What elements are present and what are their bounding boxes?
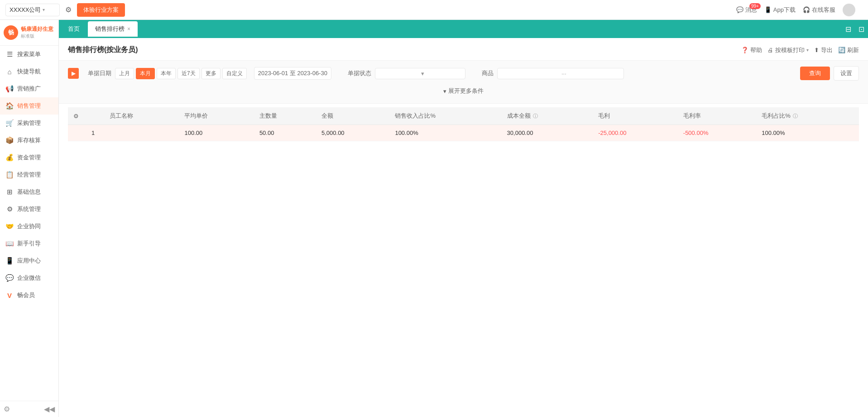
cell-gross: -25,000.00: [593, 125, 678, 141]
print-label: 按模板打印: [775, 46, 805, 54]
sidebar-item-guide[interactable]: 📖 新手引导: [0, 235, 58, 252]
app-download-button[interactable]: 📱 App下载: [764, 6, 796, 14]
sidebar-item-sales[interactable]: 🏠 销售管理: [0, 97, 58, 115]
search-menu-icon: ☰: [5, 50, 14, 58]
print-button[interactable]: 🖨 按模板打印 ▾: [767, 46, 809, 54]
app-download-label: App下载: [773, 6, 796, 14]
data-table: ⚙ 员工名称 平均单价 主数量 全额 销售收入占比% 成本全额: [68, 107, 859, 141]
sidebar-item-label: 基础信息: [17, 188, 41, 196]
purchase-icon: 🛒: [5, 119, 14, 127]
sidebar-item-wechat[interactable]: 💬 企业微信: [0, 269, 58, 287]
col-settings[interactable]: ⚙: [68, 107, 86, 125]
print-chevron-icon[interactable]: ▾: [806, 48, 809, 53]
sidebar-item-label: 资金管理: [17, 153, 41, 162]
status-select[interactable]: ▾: [375, 68, 465, 79]
corp-icon: 🤝: [5, 222, 14, 230]
tab-close-icon[interactable]: ×: [127, 26, 130, 32]
company-selector[interactable]: XXXXX公司 ▾: [5, 4, 60, 16]
date-filter-label: 单据日期: [88, 69, 111, 77]
status-chevron-icon: ▾: [421, 70, 461, 77]
date-btn-more[interactable]: 更多: [201, 68, 221, 79]
sidebar-item-purchase[interactable]: 🛒 采购管理: [0, 115, 58, 132]
operation-icon: 📋: [5, 171, 14, 179]
sidebar-item-label: 新手引导: [17, 240, 41, 248]
col-qty: 主数量: [254, 107, 316, 125]
query-button[interactable]: 查询: [800, 67, 830, 80]
sidebar-item-label: 企业协同: [17, 222, 41, 230]
table-settings-icon[interactable]: ⚙: [73, 113, 79, 120]
online-service-button[interactable]: 🎧 在线客服: [803, 6, 835, 14]
cost-info-icon[interactable]: ⓘ: [533, 113, 538, 119]
sidebar-settings-icon[interactable]: ⚙: [4, 405, 10, 413]
message-button[interactable]: 💬 消息 99+: [736, 6, 757, 14]
tab-minimize-icon[interactable]: ⊟: [844, 23, 853, 35]
refresh-icon: 🔄: [838, 47, 845, 53]
marketing-icon: 📢: [5, 85, 14, 93]
sidebar-item-finance[interactable]: 💰 资金管理: [0, 149, 58, 166]
sidebar-item-shortcut[interactable]: ⌂ 快捷导航: [0, 63, 58, 80]
sidebar-item-corp[interactable]: 🤝 企业协同: [0, 218, 58, 235]
sidebar-item-label: 应用中心: [17, 257, 41, 265]
status-filter-label: 单据状态: [348, 69, 371, 77]
brand-sub: 标准版: [21, 33, 53, 39]
date-btn-custom[interactable]: 自定义: [222, 68, 247, 79]
refresh-label: 刷新: [847, 46, 859, 54]
sidebar-item-member[interactable]: V 畅会员: [0, 287, 58, 304]
sidebar-item-apps[interactable]: 📱 应用中心: [0, 252, 58, 269]
goods-input[interactable]: ···: [497, 68, 624, 79]
sidebar-item-label: 快捷导航: [17, 67, 41, 76]
avatar[interactable]: [843, 4, 855, 16]
headset-icon: 🎧: [803, 6, 810, 13]
sidebar-item-inventory[interactable]: 📦 库存核算: [0, 132, 58, 149]
date-btn-this-year[interactable]: 本年: [157, 68, 176, 79]
table-row: 1 100.00 50.00 5,000.00 100.00% 30,000.0…: [68, 125, 859, 141]
cell-settings: [68, 125, 86, 141]
home-icon: ⌂: [5, 68, 14, 76]
trial-button[interactable]: 体验行业方案: [77, 3, 125, 17]
col-cost: 成本全额 ⓘ: [502, 107, 593, 125]
cell-gross-pct: 100.00%: [756, 125, 859, 141]
expand-more-button[interactable]: ▾ 展开更多条件: [443, 87, 484, 95]
filter-toggle-icon[interactable]: ▶: [68, 68, 79, 79]
sidebar-item-label: 采购管理: [17, 119, 41, 127]
status-filter-group: 单据状态 ▾: [348, 68, 465, 79]
topbar-settings-icon[interactable]: ⚙: [63, 4, 73, 16]
column-settings-button[interactable]: 设置: [834, 66, 859, 81]
sidebar-item-label: 销售管理: [17, 102, 41, 110]
goods-more-icon[interactable]: ···: [561, 70, 620, 77]
tab-label: 销售排行榜: [95, 25, 125, 33]
refresh-button[interactable]: 🔄 刷新: [838, 46, 859, 54]
company-chevron-icon: ▾: [43, 7, 45, 12]
date-btn-last-month[interactable]: 上月: [115, 68, 134, 79]
date-btn-this-month[interactable]: 本月: [136, 68, 155, 79]
tab-sales-ranking[interactable]: 销售排行榜 ×: [88, 21, 138, 37]
help-button[interactable]: ❓ 帮助: [741, 46, 762, 54]
sidebar-item-operation[interactable]: 📋 经营管理: [0, 166, 58, 183]
cell-sales-pct: 100.00%: [389, 125, 501, 141]
tab-home[interactable]: 首页: [61, 21, 87, 37]
sidebar-item-basic[interactable]: ⊞ 基础信息: [0, 183, 58, 201]
export-button[interactable]: ⬆ 导出: [814, 46, 833, 54]
col-sales-pct: 销售收入占比%: [389, 107, 501, 125]
expand-label: 展开更多条件: [448, 87, 484, 95]
date-range-display[interactable]: 2023-06-01 至 2023-06-30: [254, 67, 331, 80]
help-label: 帮助: [750, 46, 762, 54]
brand-name: 畅康通好生意: [21, 26, 53, 33]
cell-cost: 30,000.00: [502, 125, 593, 141]
sidebar-item-marketing[interactable]: 📢 营销推广: [0, 80, 58, 97]
cell-qty: 50.00: [254, 125, 316, 141]
tab-maximize-icon[interactable]: ⊡: [857, 23, 866, 35]
company-name: XXXXX公司: [10, 6, 41, 14]
col-name: 员工名称: [104, 107, 179, 125]
sidebar-item-system[interactable]: ⚙ 系统管理: [0, 201, 58, 218]
date-filter-group: 单据日期 上月 本月 本年 近7天 更多 自定义: [88, 68, 247, 79]
sidebar-item-label: 畅会员: [17, 291, 35, 299]
sidebar-item-search[interactable]: ☰ 搜索菜单: [0, 46, 58, 63]
gross-pct-info-icon[interactable]: ⓘ: [793, 113, 798, 119]
chevron-down-icon: ▾: [443, 88, 446, 95]
cell-gross-rate: -500.00%: [678, 125, 756, 141]
sidebar-collapse-icon[interactable]: ◀◀: [44, 405, 55, 413]
page-title: 销售排行榜(按业务员): [68, 45, 138, 55]
date-btn-7days[interactable]: 近7天: [177, 68, 200, 79]
finance-icon: 💰: [5, 153, 14, 162]
